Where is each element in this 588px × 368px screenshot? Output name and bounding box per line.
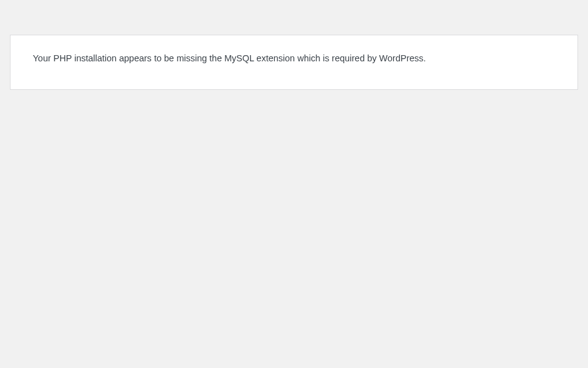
error-panel: Your PHP installation appears to be miss… (10, 35, 578, 90)
error-message: Your PHP installation appears to be miss… (33, 51, 555, 66)
